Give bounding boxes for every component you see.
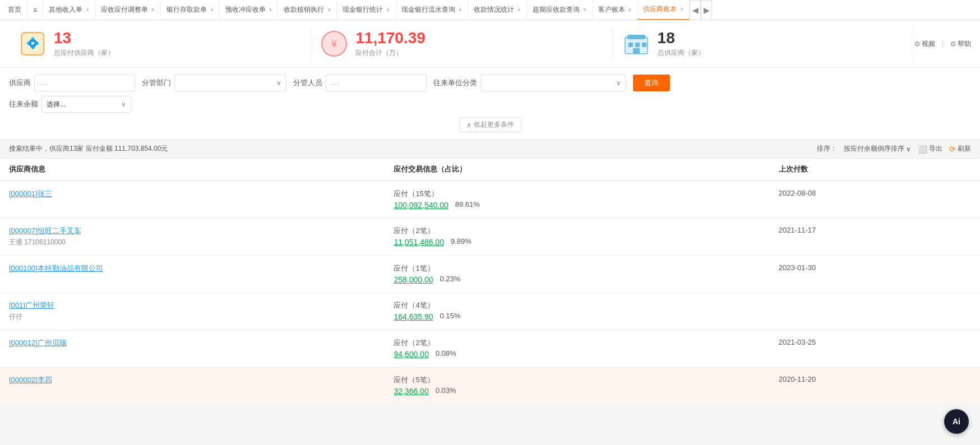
svg-rect-6: [628, 43, 633, 47]
refresh-button[interactable]: ⟳ 刷新: [949, 144, 971, 154]
help-link[interactable]: ⊙ 帮助: [950, 39, 971, 49]
filter-supplier: 供应商 ...: [9, 75, 135, 91]
close-icon[interactable]: ×: [459, 7, 462, 13]
dept-select[interactable]: ∨: [174, 75, 286, 91]
last-pay-date: 2022-08-08: [779, 189, 816, 197]
tx-row: 应付 （4笔）: [394, 300, 778, 310]
tx-amount[interactable]: 258,000.00: [394, 275, 433, 284]
nav-tab-bank-label: 银行存取款单: [167, 5, 207, 15]
payable-suppliers-number: 13: [54, 30, 114, 46]
supplier-link[interactable]: [000012]广州贝瑞: [9, 339, 67, 347]
person-input-dots: ...: [331, 79, 340, 87]
export-button[interactable]: ⬜ 导出: [918, 144, 942, 154]
tx-count-label: 应付: [394, 189, 408, 199]
close-icon[interactable]: ×: [386, 7, 390, 13]
last-pay-date: 2021-03-25: [779, 338, 816, 346]
balance-select[interactable]: 选择... ∨: [41, 96, 131, 113]
supplier-code: [000001]: [9, 189, 38, 198]
stat-text-payable-total: 11,170.39 应付合计（万）: [355, 30, 426, 58]
nav-tab-custbook[interactable]: 客户账本 ×: [593, 0, 638, 20]
nav-tab-bank[interactable]: 银行存取款单 ×: [161, 0, 220, 20]
stat-block-payable-suppliers: 💠 13 总应付供应商（家）: [9, 27, 311, 61]
supplier-name: 广州贝瑞: [38, 339, 67, 347]
svg-rect-8: [642, 43, 646, 47]
video-link[interactable]: ⊙ 视频: [914, 39, 935, 49]
supplier-code: [000100]: [9, 264, 38, 272]
close-icon[interactable]: ×: [628, 7, 632, 13]
close-icon[interactable]: ×: [517, 7, 521, 13]
tx-amount[interactable]: 11,051,486.00: [394, 238, 444, 247]
tx-count-label: 应付: [394, 226, 408, 236]
close-icon[interactable]: ×: [680, 6, 683, 12]
total-suppliers-label: 总供应商（家）: [658, 48, 705, 58]
nav-tab-cashstat-label: 现金银行统计: [343, 5, 383, 15]
category-select-arrow: ∨: [616, 79, 621, 87]
col-header-tx: 应付交易信息（占比）: [394, 164, 778, 174]
supplier-link[interactable]: [000001]张三: [9, 189, 52, 198]
supplier-input[interactable]: ...: [34, 75, 135, 91]
nav-tab-adjust[interactable]: 应收应付调整单 ×: [95, 0, 161, 20]
stat-actions: ⊙ 视频 | ⊙ 帮助: [914, 39, 971, 49]
nav-tab-cashstat[interactable]: 现金银行统计 ×: [337, 0, 396, 20]
video-label: 视频: [922, 39, 935, 49]
payable-total-number: 11,170.39: [355, 30, 426, 46]
collapse-button[interactable]: ∧ 收起更多条件: [459, 117, 521, 132]
nav-tab-supplierbook[interactable]: 供应商账本 ×: [637, 0, 690, 20]
nav-tab-prepay[interactable]: 预收冲应收单 ×: [220, 0, 279, 20]
table-row: [000007]恒旺二手叉车 王通 17106110000 应付 （2笔） 11…: [0, 218, 980, 256]
close-icon[interactable]: ×: [269, 7, 272, 13]
sort-value: 按应付余额倒序排序: [844, 144, 904, 154]
supplier-info-cell: [000002]李四: [9, 375, 394, 385]
tx-amount[interactable]: 100,092,540.00: [394, 201, 448, 210]
supplier-link[interactable]: [000007]恒旺二手叉车: [9, 226, 81, 235]
nav-tab-income-label: 其他收入单: [49, 5, 82, 15]
tx-amount[interactable]: 164,635.90: [394, 312, 433, 321]
tx-info-cell: 应付 （2笔） 11,051,486.00 9.89%: [394, 226, 778, 247]
help-icon: ⊙: [950, 40, 956, 48]
nav-prev-button[interactable]: ◀: [690, 0, 701, 20]
filter-balance: 往来余额 选择... ∨: [9, 96, 131, 113]
nav-tab-cashflow[interactable]: 现金银行流水查询 ×: [396, 0, 468, 20]
supplier-link[interactable]: [000002]李四: [9, 376, 52, 384]
sort-arrow: ∨: [906, 145, 911, 153]
col-header-lastpay: 上次付数: [779, 164, 971, 174]
nav-next-button[interactable]: ▶: [701, 0, 712, 20]
category-select[interactable]: ∨: [480, 75, 626, 91]
supplier-link[interactable]: [000100]本特勤油品有限公司: [9, 264, 103, 272]
table-row: [001]广州荣轩 仔仔 应付 （4笔） 164,635.90 0.15%: [0, 293, 980, 330]
total-suppliers-icon: [622, 29, 651, 58]
tx-row: 应付 （1笔）: [394, 263, 778, 274]
col-header-supplier: 供应商信息: [9, 164, 394, 174]
tx-amount[interactable]: 32,366.00: [394, 387, 428, 396]
close-icon[interactable]: ×: [583, 7, 586, 13]
query-button[interactable]: 查询: [633, 75, 670, 91]
tx-amount-row: 164,635.90 0.15%: [394, 310, 778, 321]
supplier-sub: 王通 17106110000: [9, 238, 394, 247]
svg-rect-9: [633, 48, 640, 54]
nav-tab-home[interactable]: 首页: [2, 0, 27, 20]
close-icon[interactable]: ×: [86, 7, 89, 13]
balance-label: 往来余额: [9, 99, 38, 109]
supplier-link[interactable]: [001]广州荣轩: [9, 301, 54, 309]
close-icon[interactable]: ×: [151, 7, 155, 13]
top-navigation: 首页 ≡ 其他收入单 × 应收应付调整单 × 银行存取款单 × 预收冲应收单 ×…: [0, 0, 980, 20]
filter-person: 分管人员 ...: [293, 75, 427, 91]
nav-tab-collect[interactable]: 收款情况统计 ×: [468, 0, 527, 20]
nav-tab-exec[interactable]: 收款核销执行 ×: [278, 0, 337, 20]
tx-amount-row: 11,051,486.00 9.89%: [394, 236, 778, 247]
nav-tab-menu[interactable]: ≡: [27, 0, 43, 20]
nav-tab-income[interactable]: 其他收入单 ×: [43, 0, 95, 20]
person-input[interactable]: ...: [326, 75, 427, 91]
last-pay-cell: 2023-01-30: [779, 263, 971, 272]
sort-select[interactable]: 按应付余额倒序排序 ∨: [844, 144, 911, 154]
stats-bar: 💠 13 总应付供应商（家） ¥ 11,170.39 应付合计（万）: [0, 20, 980, 68]
balance-select-value: 选择...: [47, 100, 66, 109]
result-summary: 搜索结果中，供应商13家 应付金额 111,703,854.00元: [9, 144, 168, 154]
tx-amount[interactable]: 94,600.00: [394, 350, 428, 359]
close-icon[interactable]: ×: [210, 7, 214, 13]
person-label: 分管人员: [293, 78, 322, 88]
nav-tab-home-label: 首页: [8, 5, 21, 15]
close-icon[interactable]: ×: [327, 7, 331, 13]
tx-info-cell: 应付 （5笔） 32,366.00 0.03%: [394, 375, 778, 396]
nav-tab-overdue[interactable]: 超期应收款查询 ×: [527, 0, 593, 20]
